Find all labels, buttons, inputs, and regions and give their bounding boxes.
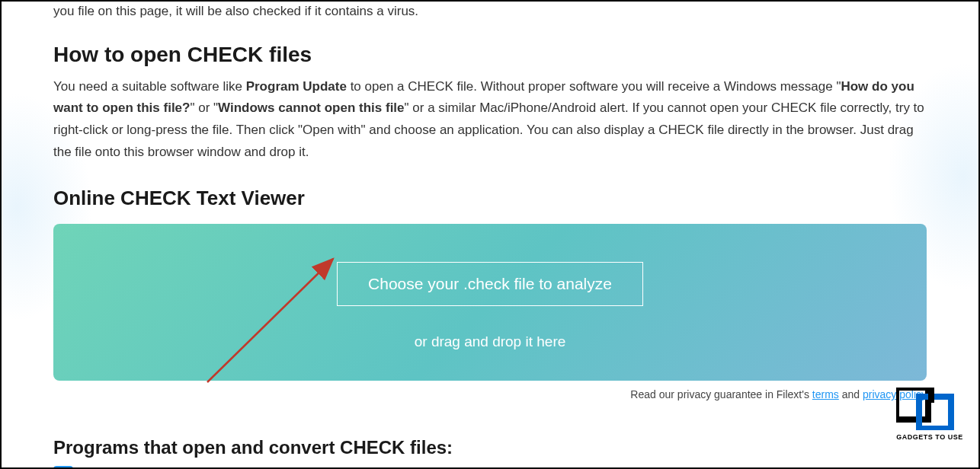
svg-rect-2	[896, 388, 928, 420]
heading-online-viewer: Online CHECK Text Viewer	[53, 187, 927, 210]
body-bold-program-update: Program Update	[246, 79, 347, 94]
heading-programs-that-open: Programs that open and convert CHECK fil…	[53, 437, 927, 458]
choose-file-button[interactable]: Choose your .check file to analyze	[337, 262, 643, 306]
program-list-item: 1 Program Update	[53, 466, 927, 469]
drag-drop-hint: or drag and drop it here	[69, 333, 911, 350]
privacy-prefix: Read our privacy guarantee in Filext's	[630, 388, 812, 400]
privacy-guarantee-text: Read our privacy guarantee in Filext's t…	[53, 388, 927, 400]
body-bold-cannot-open: Windows cannot open this file	[218, 100, 404, 115]
upload-dropzone[interactable]: Choose your .check file to analyze or dr…	[53, 224, 927, 381]
body-text-how-to-open: You need a suitable software like Progra…	[53, 76, 927, 164]
heading-how-to-open: How to open CHECK files	[53, 43, 927, 67]
gadgets-to-use-watermark: GADGETS TO USE	[896, 388, 963, 441]
body-mid-1: to open a CHECK file. Without proper sof…	[347, 79, 841, 94]
body-mid-2: " or "	[190, 100, 218, 115]
partial-intro-text: you file on this page, it will be also c…	[53, 2, 927, 21]
body-prefix-1: You need a suitable software like	[53, 79, 246, 94]
program-number-badge: 1	[53, 466, 73, 469]
terms-link[interactable]: terms	[812, 388, 839, 400]
svg-rect-3	[919, 397, 951, 429]
watermark-text: GADGETS TO USE	[896, 433, 963, 441]
privacy-and: and	[839, 388, 863, 400]
gadgets-logo-icon	[896, 388, 963, 430]
